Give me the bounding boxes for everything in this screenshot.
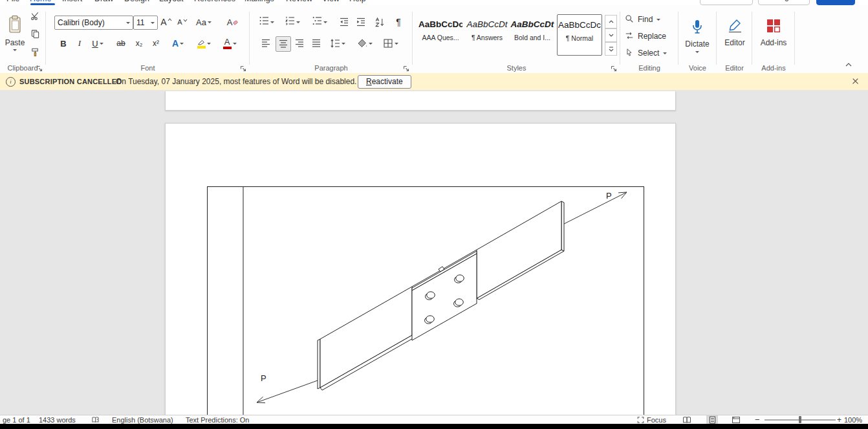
tab-view[interactable]: View bbox=[322, 0, 343, 5]
splice-plate bbox=[412, 251, 477, 340]
align-left-button[interactable] bbox=[259, 36, 273, 50]
tab-help[interactable]: Help bbox=[349, 0, 370, 5]
word-window: File Home Insert Draw Design Layout Refe… bbox=[0, 0, 868, 429]
technical-drawing[interactable]: P P bbox=[208, 187, 644, 415]
show-formatting-button[interactable]: ¶ bbox=[391, 15, 406, 29]
clipboard-dialog-launcher[interactable] bbox=[36, 63, 43, 71]
tab-home[interactable]: Home bbox=[30, 0, 56, 5]
previous-page-bottom[interactable] bbox=[165, 91, 676, 111]
notification-message: On Tuesday, 07 January 2025, most featur… bbox=[116, 77, 356, 86]
italic-button[interactable]: I bbox=[73, 36, 86, 50]
copy-button[interactable] bbox=[28, 28, 41, 41]
find-button[interactable]: Find bbox=[625, 12, 660, 27]
scissors-icon bbox=[30, 11, 40, 23]
zoom-level[interactable]: 100% bbox=[844, 415, 862, 424]
paste-chevron-icon bbox=[13, 49, 17, 51]
tab-draw[interactable]: Draw bbox=[94, 0, 118, 5]
tab-mailings[interactable]: Mailings bbox=[244, 0, 279, 5]
tab-file[interactable]: File bbox=[6, 0, 23, 5]
dictate-chevron-icon bbox=[695, 51, 699, 53]
subscription-notification-bar: i SUBSCRIPTION CANCELLED On Tuesday, 07 … bbox=[0, 73, 868, 91]
line-spacing-button[interactable] bbox=[327, 36, 348, 50]
format-painter-button[interactable] bbox=[28, 47, 41, 60]
styles-dialog-launcher[interactable] bbox=[610, 63, 618, 71]
window-bottom-edge bbox=[0, 424, 868, 429]
font-group-label: Font bbox=[47, 64, 249, 72]
styles-scroll-down-button[interactable] bbox=[605, 28, 617, 42]
subscript-button[interactable]: x₂ bbox=[131, 36, 147, 50]
paste-button[interactable]: Paste bbox=[3, 9, 27, 57]
text-predictions-indicator[interactable]: Text Predictions: On bbox=[186, 415, 249, 424]
align-right-button[interactable] bbox=[292, 36, 307, 50]
justify-button[interactable] bbox=[309, 36, 323, 50]
zoom-out-button[interactable]: − bbox=[755, 415, 760, 424]
page-indicator[interactable]: ge 1 of 1 bbox=[3, 415, 30, 424]
grow-font-button[interactable]: A bbox=[159, 15, 173, 29]
align-center-button[interactable] bbox=[276, 36, 291, 52]
style-item-bold-italic[interactable]: AaBbCcDt Bold and I... bbox=[510, 14, 554, 54]
zoom-slider-thumb[interactable] bbox=[799, 416, 801, 423]
superscript-button[interactable]: x² bbox=[148, 36, 164, 50]
print-layout-button[interactable] bbox=[706, 415, 718, 424]
word-count[interactable]: 1433 words bbox=[39, 415, 76, 424]
increase-indent-button[interactable] bbox=[354, 15, 368, 29]
collapse-ribbon-button[interactable] bbox=[841, 60, 856, 70]
styles-scroll-up-button[interactable] bbox=[605, 15, 617, 28]
group-divider bbox=[249, 12, 250, 65]
voice-group: Dictate Voice bbox=[679, 5, 716, 73]
focus-toggle[interactable]: Focus bbox=[647, 415, 666, 424]
paragraph-dialog-launcher[interactable] bbox=[402, 63, 410, 71]
document-page[interactable]: P P bbox=[165, 123, 676, 415]
document-area: P P bbox=[0, 90, 868, 415]
cut-button[interactable] bbox=[28, 10, 41, 23]
multilevel-list-button[interactable] bbox=[310, 15, 329, 29]
zoom-in-button[interactable]: + bbox=[837, 415, 841, 424]
text-highlight-button[interactable] bbox=[193, 36, 215, 50]
editing-mode-button[interactable]: Editing bbox=[758, 0, 810, 5]
replace-icon bbox=[625, 31, 634, 42]
addins-button[interactable]: Add-ins bbox=[759, 13, 788, 52]
close-icon[interactable] bbox=[852, 78, 859, 85]
font-family-combo[interactable]: Calibri (Body) bbox=[54, 16, 133, 30]
editor-button[interactable]: Editor bbox=[722, 13, 748, 52]
reactivate-button[interactable]: Reactivate bbox=[358, 75, 411, 89]
styles-gallery-more-button[interactable] bbox=[605, 42, 617, 56]
share-button[interactable]: Share bbox=[816, 0, 855, 5]
bullets-button[interactable] bbox=[257, 15, 276, 29]
numbering-button[interactable] bbox=[283, 15, 302, 29]
bold-button[interactable]: B bbox=[57, 36, 70, 50]
language-indicator[interactable]: English (Botswana) bbox=[112, 415, 173, 424]
text-effects-button[interactable]: A bbox=[168, 36, 188, 50]
shading-button[interactable] bbox=[354, 36, 375, 50]
decrease-indent-button[interactable] bbox=[337, 15, 351, 29]
tab-design[interactable]: Design bbox=[124, 0, 153, 5]
tab-review[interactable]: Review bbox=[286, 0, 316, 5]
dictate-button[interactable]: Dictate bbox=[684, 12, 710, 60]
comments-button[interactable]: Comments bbox=[700, 0, 753, 5]
style-item-aaa-ques[interactable]: AaBbCcDc AAA Ques... bbox=[418, 14, 462, 54]
font-dialog-launcher[interactable] bbox=[239, 63, 247, 71]
sort-button[interactable] bbox=[372, 15, 387, 29]
paragraph-group-label: Paragraph bbox=[250, 64, 412, 72]
tab-references[interactable]: References bbox=[194, 0, 238, 5]
replace-button[interactable]: Replace bbox=[625, 29, 666, 43]
style-item-normal[interactable]: AaBbCcDc ¶ Normal bbox=[557, 14, 602, 56]
font-family-value: Calibri (Body) bbox=[58, 18, 105, 27]
search-icon bbox=[625, 14, 634, 25]
editor-pencil-icon bbox=[726, 17, 743, 37]
clear-formatting-button[interactable]: A bbox=[225, 15, 241, 29]
tab-insert[interactable]: Insert bbox=[62, 0, 88, 5]
style-item-answers[interactable]: AaBbCcDt ¶ Answers bbox=[465, 14, 509, 54]
font-size-value: 11 bbox=[136, 18, 144, 27]
select-button[interactable]: Select bbox=[625, 46, 667, 60]
load-label-bottom: P bbox=[261, 373, 266, 383]
strikethrough-button[interactable]: ab bbox=[113, 36, 129, 50]
borders-button[interactable] bbox=[380, 36, 401, 50]
tab-layout[interactable]: Layout bbox=[159, 0, 188, 5]
underline-button[interactable]: U bbox=[88, 36, 107, 50]
change-case-button[interactable]: Aa bbox=[194, 15, 213, 29]
font-color-button[interactable]: A bbox=[219, 36, 241, 50]
shrink-font-button[interactable]: A bbox=[175, 15, 190, 29]
font-size-combo[interactable]: 11 bbox=[133, 16, 158, 30]
editing-group: Find Replace Select Edit bbox=[621, 5, 678, 73]
